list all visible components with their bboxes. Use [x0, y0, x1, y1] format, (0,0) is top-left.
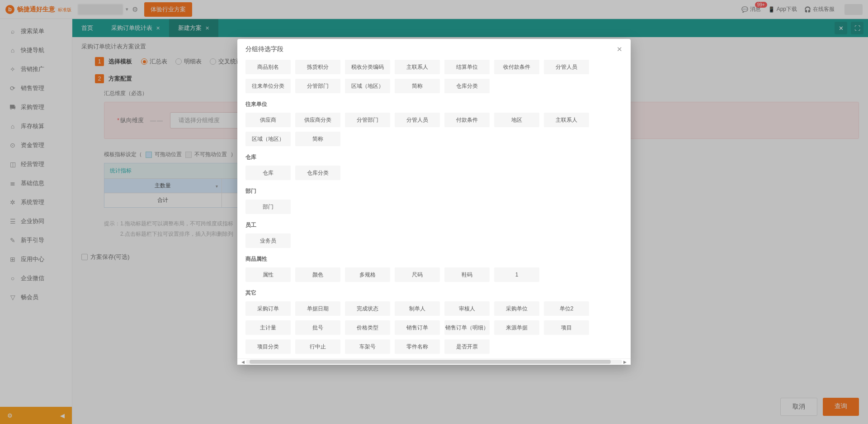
field-option[interactable]: 采购单位	[494, 301, 539, 316]
field-option[interactable]: 供应商分类	[295, 113, 340, 127]
scroll-left-arrow[interactable]: ◀	[240, 360, 246, 364]
field-option[interactable]: 付款条件	[444, 113, 490, 127]
group-fields-modal: 分组待选字段 ✕ 商品别名拣货积分税收分类编码主联系人结算单位收付款条件分管人员…	[237, 39, 631, 365]
field-option[interactable]: 税收分类编码	[345, 60, 390, 74]
field-option[interactable]: 颜色	[295, 267, 340, 282]
field-option[interactable]: 尺码	[395, 267, 440, 282]
field-option[interactable]: 是否开票	[444, 339, 490, 354]
field-option[interactable]: 收付款条件	[494, 60, 539, 74]
field-option[interactable]: 属性	[245, 267, 291, 282]
field-option[interactable]: 业务员	[245, 233, 291, 248]
field-option[interactable]: 来源单据	[494, 320, 539, 335]
field-option[interactable]: 分管部门	[345, 113, 390, 127]
field-option[interactable]: 分管人员	[395, 113, 440, 127]
modal-body: 商品别名拣货积分税收分类编码主联系人结算单位收付款条件分管人员往来单位分类分管部…	[237, 60, 631, 358]
field-group-title: 商品属性	[245, 255, 623, 263]
field-option[interactable]: 结算单位	[444, 60, 490, 74]
field-option[interactable]: 单位2	[544, 301, 589, 316]
field-option[interactable]: 鞋码	[444, 267, 490, 282]
field-option[interactable]: 简称	[395, 79, 440, 93]
field-option[interactable]: 分管人员	[544, 60, 589, 74]
field-option[interactable]: 仓库	[245, 166, 291, 180]
field-group-title: 往来单位	[245, 100, 623, 108]
field-option[interactable]: 多规格	[345, 267, 390, 282]
field-option[interactable]: 1	[494, 267, 539, 282]
field-option[interactable]: 完成状态	[345, 301, 390, 316]
field-option[interactable]: 供应商	[245, 113, 291, 127]
field-option[interactable]: 部门	[245, 200, 291, 214]
field-option[interactable]: 项目	[544, 320, 589, 335]
field-option[interactable]: 往来单位分类	[245, 79, 291, 93]
field-option[interactable]: 区域（地区）	[245, 132, 291, 146]
field-option[interactable]: 车架号	[345, 339, 390, 354]
field-option[interactable]: 拣货积分	[295, 60, 340, 74]
field-group-title: 部门	[245, 187, 623, 195]
modal-overlay: 分组待选字段 ✕ 商品别名拣货积分税收分类编码主联系人结算单位收付款条件分管人员…	[0, 0, 868, 424]
field-group-title: 仓库	[245, 153, 623, 161]
scroll-right-arrow[interactable]: ▶	[622, 360, 628, 364]
field-option[interactable]: 销售订单（明细）	[444, 320, 490, 335]
field-option[interactable]: 主计量	[245, 320, 291, 335]
field-option[interactable]: 主联系人	[395, 60, 440, 74]
field-option[interactable]: 区域（地区）	[345, 79, 390, 93]
field-option[interactable]: 零件名称	[395, 339, 440, 354]
field-option[interactable]: 制单人	[395, 301, 440, 316]
field-option[interactable]: 分管部门	[295, 79, 340, 93]
modal-horizontal-scrollbar[interactable]: ◀ ▶	[237, 358, 631, 365]
field-option[interactable]: 行中止	[295, 339, 340, 354]
field-option[interactable]: 采购订单	[245, 301, 291, 316]
field-option[interactable]: 主联系人	[544, 113, 589, 127]
modal-title: 分组待选字段	[245, 45, 283, 53]
field-option[interactable]: 销售订单	[395, 320, 440, 335]
field-option[interactable]: 地区	[494, 113, 539, 127]
field-group-title: 员工	[245, 221, 623, 229]
field-option[interactable]: 项目分类	[245, 339, 291, 354]
close-icon[interactable]: ✕	[617, 45, 623, 53]
field-option[interactable]: 批号	[295, 320, 340, 335]
field-option[interactable]: 单据日期	[295, 301, 340, 316]
modal-header: 分组待选字段 ✕	[237, 39, 631, 60]
field-option[interactable]: 价格类型	[345, 320, 390, 335]
field-option[interactable]: 仓库分类	[444, 79, 490, 93]
field-option[interactable]: 仓库分类	[295, 166, 340, 180]
field-option[interactable]: 商品别名	[245, 60, 291, 74]
field-group-title: 其它	[245, 289, 623, 297]
field-option[interactable]: 简称	[295, 132, 340, 146]
field-option[interactable]: 审核人	[444, 301, 490, 316]
